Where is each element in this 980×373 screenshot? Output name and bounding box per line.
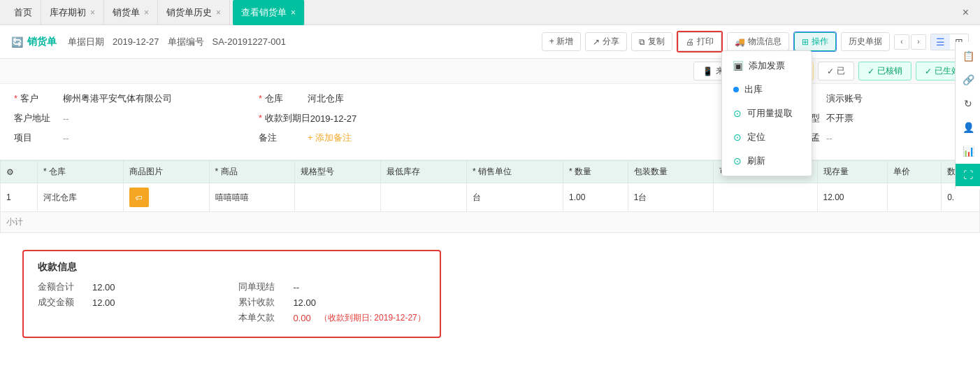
prev-btn[interactable]: ‹: [894, 34, 909, 50]
cell-min-stock: [381, 183, 467, 212]
form-row-customer: 客户 柳州粤港平安气体有限公司 仓库 河北仓库 业务员 演示账号: [14, 92, 966, 105]
order-settle-value: --: [293, 282, 299, 293]
copy-btn[interactable]: ⧉ 复制: [631, 32, 672, 51]
cancelled-btn[interactable]: ✓ 已核销: [858, 62, 911, 80]
cell-price: [887, 183, 941, 212]
rt-chart-btn[interactable]: 📊: [956, 140, 980, 162]
right-toolbar: 📋 🔗 ↻ 👤 📊 ⛶: [955, 42, 980, 189]
refresh-item[interactable]: ⊙ 刷新: [722, 149, 812, 173]
effective-icon: ✓: [925, 66, 932, 76]
address-value: --: [63, 113, 175, 124]
window-close-btn[interactable]: ×: [957, 6, 974, 19]
rt-user-btn[interactable]: 👤: [956, 116, 980, 139]
no-value: SA-20191227-001: [212, 36, 287, 47]
warehouse-value: 河北仓库: [308, 92, 419, 105]
owed-label: 本单欠款: [238, 311, 287, 324]
th-unit: * 销售单位: [467, 161, 563, 183]
doc-title-text: 销货单: [27, 36, 57, 48]
add-note-btn[interactable]: + 添加备注: [308, 132, 352, 144]
tab-view-order[interactable]: 查看销货单 ×: [233, 0, 305, 25]
available-extract-item[interactable]: ⊙ 可用量提取: [722, 101, 812, 125]
tab-sales-order[interactable]: 销货单 ×: [104, 0, 158, 25]
doc-title: 🔄 销货单: [11, 36, 57, 48]
locate-item[interactable]: ⊙ 定位: [722, 125, 812, 149]
product-table-wrap: ⚙ * 仓库 商品图片 * 商品 规格型号 最低库存 * 销售单位 * 数量 包…: [0, 160, 980, 233]
nav-arrows: ‹ ›: [894, 34, 926, 50]
due-date-value: 2019-12-27: [310, 113, 422, 124]
cell-pack-qty: 1台: [628, 183, 714, 212]
grid-icon: ⊞: [802, 37, 809, 47]
add-invoice-item[interactable]: ▣ 添加发票: [722, 54, 812, 78]
subtotal-row: 小计: [1, 212, 980, 233]
cumulative-value: 12.00: [293, 297, 316, 308]
logistics-btn[interactable]: 🚚 物流信息: [727, 32, 789, 51]
tab-sales-close[interactable]: ×: [144, 8, 149, 17]
locate-label: 定位: [747, 131, 765, 143]
tab-home-label: 首页: [14, 6, 32, 19]
payment-title: 收款信息: [38, 261, 426, 274]
payment-col-left: 金额合计 12.00 成交金额 12.00: [38, 281, 224, 327]
cell-unit: 台: [467, 183, 563, 212]
tab-sales-history[interactable]: 销货单历史 ×: [158, 0, 230, 25]
warehouse-label: 仓库: [259, 92, 308, 105]
rt-refresh-btn[interactable]: ↻: [956, 92, 980, 115]
new-btn[interactable]: + 新增: [542, 32, 581, 51]
history-btn[interactable]: 历史单据: [841, 32, 890, 51]
doc-header: 🔄 销货单 单据日期 2019-12-27 单据编号 SA-20191227-0…: [0, 25, 980, 59]
available-label: 可用量提取: [747, 107, 793, 120]
tab-view-close[interactable]: ×: [291, 8, 296, 17]
product-image: 🏷: [129, 188, 149, 207]
print-btn-wrap: 🖨 打印: [677, 31, 723, 52]
list-view-btn[interactable]: ☰: [931, 34, 950, 50]
payment-section-wrap: 收款信息 金额合计 12.00 成交金额 12.00 同单现结 --: [0, 233, 980, 355]
operation-btn-wrap: ⊞ 操作: [793, 31, 837, 52]
payment-section: 收款信息 金额合计 12.00 成交金额 12.00 同单现结 --: [22, 250, 441, 338]
tab-inventory-init[interactable]: 库存期初 ×: [41, 0, 104, 25]
tab-view-label: 查看销货单: [241, 6, 287, 19]
product-table: ⚙ * 仓库 商品图片 * 商品 规格型号 最低库存 * 销售单位 * 数量 包…: [0, 160, 980, 233]
deal-label: 成交金额: [38, 296, 87, 309]
deal-value: 12.00: [92, 297, 115, 308]
date-label: 单据日期: [68, 36, 104, 48]
th-img: 商品图片: [123, 161, 209, 183]
available-icon: ⊙: [733, 108, 742, 119]
cell-img: 🏷: [123, 183, 209, 212]
outbound-dot-icon: [733, 87, 739, 92]
table-row: 1 河北仓库 🏷 嘻嘻嘻嘻 台 1.00 1台 12.00 0.: [1, 183, 980, 212]
rt-clipboard-btn[interactable]: 📋: [956, 45, 980, 67]
main-content: 🔄 销货单 单据日期 2019-12-27 单据编号 SA-20191227-0…: [0, 25, 980, 373]
cumulative-item: 累计收款 12.00: [238, 296, 425, 309]
tab-sales-label: 销货单: [113, 6, 140, 19]
check-icon-btn[interactable]: ✓ 已: [818, 62, 854, 80]
rt-expand-btn[interactable]: ⛶: [956, 164, 980, 186]
date-value: 2019-12-27: [113, 36, 159, 47]
tab-inventory-close[interactable]: ×: [90, 8, 95, 17]
tab-history-close[interactable]: ×: [216, 8, 221, 17]
next-btn[interactable]: ›: [911, 34, 926, 50]
salesperson-value: --: [826, 133, 938, 143]
share-btn[interactable]: ↗ 分享: [585, 32, 627, 51]
outbound-item[interactable]: 出库: [722, 78, 812, 101]
cell-index: 1: [1, 183, 38, 212]
operation-btn[interactable]: ⊞ 操作: [794, 32, 836, 51]
due-date-label: 收款到期日: [259, 112, 310, 125]
deal-item: 成交金额 12.00: [38, 296, 224, 309]
note-label: 备注: [259, 132, 308, 144]
rt-link-btn[interactable]: 🔗: [956, 69, 980, 91]
tab-bar: 首页 库存期初 × 销货单 × 销货单历史 × 查看销货单 × ×: [0, 0, 980, 25]
th-product: * 商品: [209, 161, 295, 183]
tab-history-label: 销货单历史: [166, 6, 212, 19]
print-btn[interactable]: 🖨 打印: [678, 32, 721, 51]
check-icon: ✓: [827, 66, 834, 76]
plus-icon: +: [308, 132, 313, 143]
tab-home[interactable]: 首页: [6, 0, 41, 25]
cell-qty: 1.00: [563, 183, 628, 212]
phone-icon: 📱: [702, 66, 713, 76]
refresh-icon: ⊙: [733, 155, 742, 167]
owed-item: 本单欠款 0.00 （收款到期日: 2019-12-27）: [238, 311, 425, 324]
customer-label: 客户: [14, 92, 63, 105]
project-value: --: [63, 133, 175, 143]
project-label: 项目: [14, 132, 63, 144]
staff-value: 演示账号: [826, 92, 938, 105]
add-invoice-label: 添加发票: [749, 59, 785, 72]
